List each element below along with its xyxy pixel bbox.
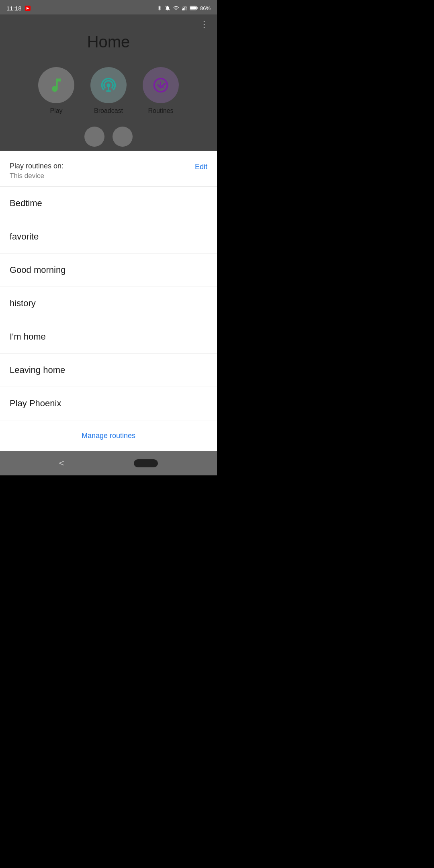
svg-rect-4 <box>186 6 186 10</box>
home-title: Home <box>0 33 217 51</box>
svg-rect-3 <box>184 7 185 10</box>
routine-item-history[interactable]: history <box>0 287 217 320</box>
home-pill[interactable] <box>134 459 158 467</box>
play-label: Play <box>50 107 62 115</box>
routines-label: Routines <box>148 107 173 115</box>
youtube-icon: ▶ <box>25 6 31 11</box>
status-right: 86% <box>157 5 211 11</box>
svg-rect-1 <box>182 8 183 10</box>
home-action-icons: Play Broadcast Ro <box>0 67 217 127</box>
status-left: 11:18 ▶ <box>6 5 31 12</box>
back-button[interactable]: < <box>59 458 64 469</box>
home-background: ⋮ Home Play Broadcast <box>0 14 217 151</box>
status-bar: 11:18 ▶ 86% <box>0 0 217 14</box>
routine-item-im-home[interactable]: I'm home <box>0 320 217 354</box>
dot-circle-1 <box>84 127 104 147</box>
dot-circle-2 <box>113 127 133 147</box>
routines-icon-circle[interactable] <box>143 67 179 103</box>
play-icon-circle[interactable] <box>38 67 74 103</box>
manage-routines-row[interactable]: Manage routines <box>0 420 217 451</box>
bottom-sheet: Play routines on: This device Edit Bedti… <box>0 151 217 451</box>
svg-rect-6 <box>197 7 197 9</box>
play-routines-header: Play routines on: This device Edit <box>0 151 217 186</box>
broadcast-icon-circle[interactable] <box>90 67 127 103</box>
routines-icon <box>152 76 170 94</box>
routines-action-item[interactable]: Routines <box>143 67 179 115</box>
routine-item-leaving-home[interactable]: Leaving home <box>0 354 217 387</box>
music-note-icon <box>47 76 65 94</box>
edit-button[interactable]: Edit <box>195 162 207 171</box>
status-time: 11:18 <box>6 5 22 12</box>
play-routines-label: Play routines on: <box>10 162 63 170</box>
more-menu-button[interactable]: ⋮ <box>200 19 209 30</box>
play-action-item[interactable]: Play <box>38 67 74 115</box>
broadcast-label: Broadcast <box>94 107 123 115</box>
battery-icon <box>190 5 198 11</box>
play-routines-info: Play routines on: This device <box>10 162 63 180</box>
nav-bar: < <box>0 451 217 475</box>
mute-icon <box>165 5 170 11</box>
routine-list: Bedtime favorite Good morning history I'… <box>0 187 217 420</box>
broadcast-icon <box>100 76 117 94</box>
svg-point-8 <box>106 83 110 87</box>
routine-item-bedtime[interactable]: Bedtime <box>0 187 217 220</box>
play-routines-device: This device <box>10 172 63 180</box>
bluetooth-icon <box>157 5 162 11</box>
svg-rect-2 <box>183 8 184 10</box>
battery-percent: 86% <box>200 5 211 11</box>
svg-rect-7 <box>190 7 196 10</box>
signal-icon <box>182 5 187 11</box>
wifi-icon <box>173 5 179 11</box>
routine-item-good-morning[interactable]: Good morning <box>0 254 217 287</box>
broadcast-action-item[interactable]: Broadcast <box>90 67 127 115</box>
manage-routines-button[interactable]: Manage routines <box>82 432 135 440</box>
routine-item-play-phoenix[interactable]: Play Phoenix <box>0 387 217 420</box>
home-dots-row <box>0 127 217 151</box>
routine-item-favorite[interactable]: favorite <box>0 220 217 254</box>
